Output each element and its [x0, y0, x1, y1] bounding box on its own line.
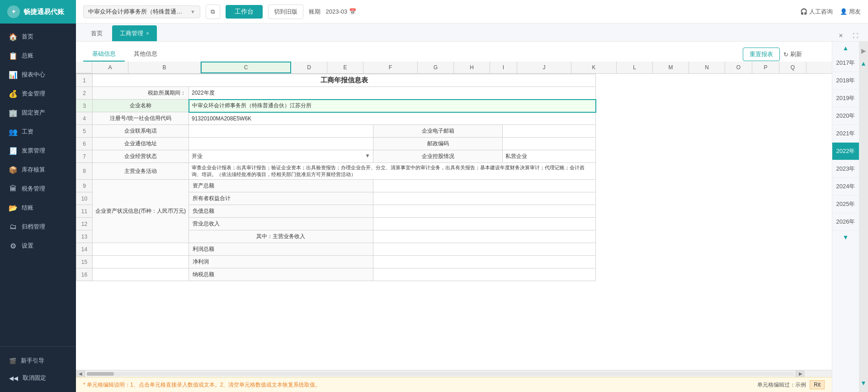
year-item-2018[interactable]: 2018年 — [832, 72, 859, 90]
row-num: 8 — [76, 163, 93, 180]
year-sidebar: ▲ 2017年 2018年 2019年 2020年 2021年 2022年 20… — [832, 42, 859, 392]
year-up-btn[interactable]: ▲ — [832, 42, 859, 54]
finance-icon: 💰 — [9, 90, 17, 98]
new-guide[interactable]: 🎬 新手引导 — [0, 352, 76, 369]
main-area: 中审众环会计师事务所（特殊普通合伙... ▼ ⧉ 工作台 切到旧版 账期 202… — [76, 0, 868, 392]
tax-value[interactable] — [373, 268, 595, 281]
col-header-m: M — [653, 62, 689, 73]
workbench-button[interactable]: 工作台 — [226, 5, 263, 19]
tab-business[interactable]: 工商管理 × — [112, 25, 157, 41]
refresh-label: 刷新 — [790, 50, 802, 58]
revenue-value[interactable] — [373, 218, 595, 230]
hscroll-thumb[interactable] — [87, 372, 114, 376]
panel-collapse-btn[interactable]: ▶ — [859, 45, 868, 56]
sidebar-item-archive[interactable]: 🗂 归档管理 — [0, 217, 76, 236]
reports-icon: 📊 — [9, 71, 17, 79]
total-assets-value[interactable] — [373, 180, 595, 192]
year-item-2023[interactable]: 2023年 — [832, 160, 859, 178]
window-controls: × ⛶ — [835, 30, 861, 41]
liabilities-value[interactable] — [373, 205, 595, 218]
refresh-button[interactable]: ↻ 刷新 — [783, 50, 802, 58]
sub-tab-other[interactable]: 其他信息 — [125, 47, 166, 62]
phone-cell[interactable] — [189, 125, 373, 138]
panel-down-btn[interactable]: ▼ — [859, 378, 868, 388]
row-num: 13 — [76, 230, 93, 243]
right-panel: ▶ ▲ ▼ — [859, 42, 868, 392]
equity-value[interactable] — [373, 192, 595, 205]
example-label: 单元格编辑过：示例 — [757, 381, 806, 389]
profit-value[interactable] — [373, 243, 595, 256]
col-header-q: Q — [779, 62, 807, 73]
sidebar-item-inventory[interactable]: 📦 库存核算 — [0, 160, 76, 179]
support-button[interactable]: 🎧 人工咨询 — [800, 8, 833, 16]
year-item-2019[interactable]: 2019年 — [832, 90, 859, 107]
sidebar-item-settings[interactable]: ⚙ 设置 — [0, 236, 76, 255]
year-item-2017[interactable]: 2017年 — [832, 54, 859, 72]
net-profit-value[interactable] — [373, 256, 595, 268]
tab-home[interactable]: 首页 — [83, 25, 110, 41]
table-row: 7 企业经营状态 开业▼ 企业控股情况 私营企业 — [76, 150, 596, 163]
hscroll-bar[interactable]: ◀ ▶ — [76, 370, 832, 377]
email-cell[interactable] — [503, 125, 596, 138]
col-header-f: F — [363, 62, 418, 73]
reset-button[interactable]: 重置报表 — [743, 48, 780, 61]
sidebar-item-payroll[interactable]: 👥 工资 — [0, 122, 76, 141]
col-header-a: A — [92, 62, 128, 73]
year-item-2021[interactable]: 2021年 — [832, 125, 859, 143]
sidebar-item-label: 固定资产 — [22, 109, 45, 117]
period-text: 账期 — [309, 8, 321, 16]
panel-up-btn[interactable]: ▲ — [859, 58, 868, 69]
year-item-2026[interactable]: 2026年 — [832, 213, 859, 231]
reg-num-cell[interactable]: 91320100MA208E5W6K — [189, 112, 596, 125]
year-item-2025[interactable]: 2025年 — [832, 196, 859, 213]
biz-activity-cell[interactable]: 审查企业会计报表；出具审计报告；验证企业资本；出具验资报告；办理企业合开、分立、… — [189, 163, 596, 180]
tab-business-label: 工商管理 — [120, 29, 143, 38]
tab-home-label: 首页 — [91, 29, 103, 38]
sub-tabs-left: 基础信息 其他信息 — [83, 47, 166, 62]
user-menu[interactable]: 👤 用友 — [840, 8, 861, 16]
label-cell: 企业通信地址 — [93, 138, 189, 150]
copy-icon[interactable]: ⧉ — [206, 5, 220, 19]
spreadsheet-body[interactable]: 1 工商年报信息表 2 税款所属期间： 2022年度 3 企业名称 — [76, 74, 832, 370]
sidebar-item-home[interactable]: 🏠 首页 — [0, 27, 76, 46]
sidebar-item-finance[interactable]: 💰 资金管理 — [0, 84, 76, 103]
sidebar-item-assets[interactable]: 🏢 固定资产 — [0, 103, 76, 122]
empty-cell — [93, 243, 189, 256]
col-header-n: N — [689, 62, 725, 73]
holding-label: 企业控股情况 — [373, 150, 503, 163]
sidebar-item-label: 发票管理 — [22, 147, 45, 155]
table-row: 14 利润总额 — [76, 243, 596, 256]
unpin-button[interactable]: ◀◀ 取消固定 — [0, 369, 76, 387]
sidebar-item-tax[interactable]: 🏛 税务管理 — [0, 179, 76, 198]
tab-close-icon[interactable]: × — [146, 30, 149, 37]
sidebar-item-ledger[interactable]: 📋 总账 — [0, 46, 76, 65]
scroll-right-btn[interactable]: ▶ — [796, 370, 805, 378]
year-item-2022[interactable]: 2022年 — [832, 143, 859, 160]
sidebar-item-invoice[interactable]: 🧾 发票管理 — [0, 141, 76, 160]
row-num: 12 — [76, 218, 93, 230]
sidebar-item-reports[interactable]: 📊 报表中心 — [0, 65, 76, 84]
maximize-window-icon[interactable]: ⛶ — [850, 30, 861, 41]
row-num: 16 — [76, 268, 93, 281]
year-item-2020[interactable]: 2020年 — [832, 107, 859, 125]
table-row: 5 企业联系电话 企业电子邮箱 — [76, 125, 596, 138]
sidebar-item-close[interactable]: 📂 结账 — [0, 198, 76, 217]
period-value-cell[interactable]: 2022年度 — [189, 87, 596, 100]
year-item-2024[interactable]: 2024年 — [832, 178, 859, 196]
main-revenue-value[interactable] — [373, 230, 595, 243]
address-cell[interactable] — [189, 138, 373, 150]
year-down-btn[interactable]: ▼ — [832, 231, 859, 244]
holding-cell[interactable]: 私营企业 — [503, 150, 596, 163]
sidebar-nav: 🏠 首页 📋 总账 📊 报表中心 💰 资金管理 🏢 固定资产 👥 工资 🧾 发票… — [0, 24, 76, 346]
biz-status-cell[interactable]: 开业▼ — [189, 150, 373, 163]
postal-cell[interactable] — [503, 138, 596, 150]
table-title-cell[interactable]: 工商年报信息表 — [93, 74, 596, 87]
company-name-cell[interactable]: 中审众环会计师事务所（特殊普通合伙）江苏分所 — [189, 100, 596, 112]
calendar-icon[interactable]: 📅 — [349, 8, 356, 15]
scroll-left-btn[interactable]: ◀ — [76, 370, 85, 378]
sub-tab-basic[interactable]: 基础信息 — [83, 47, 125, 62]
col-header-l: L — [617, 62, 653, 73]
company-selector[interactable]: 中审众环会计师事务所（特殊普通合伙... ▼ — [83, 5, 200, 18]
old-version-button[interactable]: 切到旧版 — [268, 5, 303, 19]
close-window-icon[interactable]: × — [835, 30, 846, 41]
